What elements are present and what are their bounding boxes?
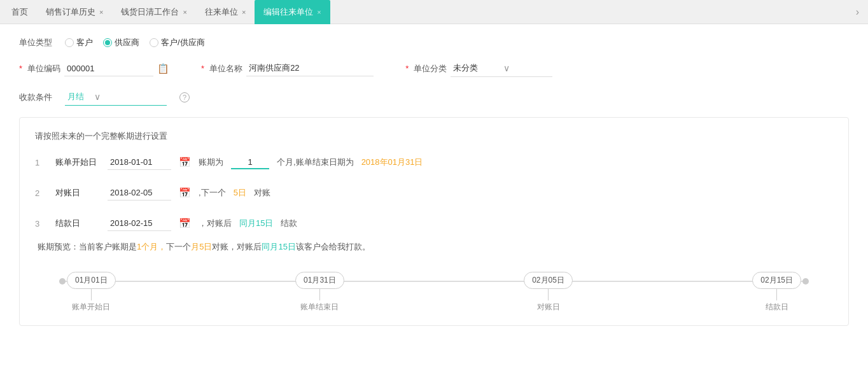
period-box-title: 请按照未来的一个完整帐期进行设置 — [35, 130, 833, 142]
timeline-label-1: 账单开始日 — [72, 302, 110, 313]
tab-partner-close[interactable]: × — [242, 8, 246, 16]
period-settings-box: 请按照未来的一个完整帐期进行设置 1 账单开始日 📅 账期为 个月,账单结束日期… — [19, 117, 849, 326]
payment-date-calendar[interactable]: 📅 — [179, 218, 191, 229]
tab-partner[interactable]: 往来单位 × — [196, 0, 255, 24]
preview-reconcile-prefix: 下一个 — [166, 242, 191, 251]
unit-name-star: * — [201, 64, 204, 73]
radio-both-label: 客户/供应商 — [161, 37, 205, 48]
unit-type-row: 单位类型 客户 供应商 客户/供应商 — [19, 37, 849, 48]
preview-prefix: 账期预览：当前客户账期是 — [38, 242, 137, 251]
payment-terms-value: 月结 — [67, 91, 84, 102]
period-row-1: 1 账单开始日 📅 账期为 个月,账单结束日期为 2018年01月31日 — [35, 155, 833, 170]
timeline-wrapper: 01月01日 账单开始日 01月31日 账单结束日 02月05日 对账日 — [60, 272, 808, 313]
radio-customer[interactable]: 客户 — [65, 37, 93, 48]
unit-code-input[interactable] — [64, 61, 153, 76]
period-months-input[interactable] — [231, 156, 269, 169]
preview-reconcile-suffix: 对账，对账后 — [212, 242, 262, 251]
payment-terms-help-icon[interactable]: ? — [179, 92, 190, 102]
tab-bar: 首页 销售订单历史 × 钱货日清工作台 × 往来单位 × 编辑往来单位 × › — [0, 0, 868, 24]
unit-category-select[interactable]: 未分类 ∨ — [451, 60, 552, 77]
tab-sales-history-label: 销售订单历史 — [46, 6, 95, 18]
payment-terms-label: 收款条件 — [19, 92, 52, 103]
unit-fields-row: * 单位编码 📋 * 单位名称 * 单位分类 未分类 ∨ — [19, 60, 849, 77]
tab-home-label: 首页 — [11, 6, 28, 18]
unit-category-value: 未分类 — [453, 62, 478, 74]
preview-period: 1个月， — [137, 242, 166, 251]
radio-both[interactable]: 客户/供应商 — [150, 37, 205, 48]
preview-suffix: 该客户会给我打款。 — [296, 242, 370, 251]
radio-supplier[interactable]: 供应商 — [103, 37, 139, 48]
radio-customer-circle — [65, 38, 74, 47]
unit-category-star: * — [405, 64, 409, 73]
timeline-label-3: 对账日 — [537, 302, 560, 313]
unit-code-label: 单位编码 — [27, 63, 60, 74]
period-row-2-prefix: ,下一个 — [199, 187, 226, 199]
period-row-3-label: 结款日 — [55, 218, 100, 229]
radio-supplier-label: 供应商 — [115, 37, 139, 48]
timeline-tick-3 — [548, 289, 549, 300]
preview-text: 账期预览：当前客户账期是1个月，下一个月5日对账，对账后同月15日该客户会给我打… — [35, 241, 833, 253]
tab-edit-partner[interactable]: 编辑往来单位 × — [255, 0, 330, 24]
unit-type-radio-group: 客户 供应商 客户/供应商 — [65, 37, 205, 48]
tab-cash-work-close[interactable]: × — [183, 8, 186, 16]
payment-terms-select[interactable]: 月结 ∨ — [65, 88, 167, 106]
period-row-1-num: 1 — [35, 158, 48, 167]
timeline-badge-3: 02月05日 — [524, 272, 573, 289]
timeline-label-4: 结款日 — [766, 302, 788, 313]
period-row-2-suffix: 对账 — [254, 187, 270, 199]
period-end-date: 2018年01月31日 — [361, 157, 423, 168]
timeline-label-2: 账单结束日 — [300, 302, 339, 313]
timeline-tick-1 — [91, 289, 92, 300]
unit-category-dropdown-icon: ∨ — [503, 63, 510, 73]
timeline-badge-2: 01月31日 — [295, 272, 344, 289]
timeline-point-1: 01月01日 账单开始日 — [67, 272, 116, 313]
tab-expand-btn[interactable]: › — [850, 6, 865, 18]
tab-cash-work[interactable]: 钱货日清工作台 × — [112, 0, 195, 24]
timeline-badge-4: 02月15日 — [752, 272, 801, 289]
unit-category-label: 单位分类 — [414, 63, 447, 74]
unit-code-star: * — [19, 64, 22, 73]
reconcile-date-calendar[interactable]: 📅 — [179, 187, 191, 199]
tab-home[interactable]: 首页 — [3, 0, 37, 24]
period-row-3-num: 3 — [35, 219, 48, 229]
radio-both-circle — [150, 38, 158, 47]
timeline-points-row: 01月01日 账单开始日 01月31日 账单结束日 02月05日 对账日 — [60, 272, 808, 313]
unit-code-icon[interactable]: 📋 — [157, 63, 169, 74]
payment-terms-dropdown-icon: ∨ — [94, 92, 101, 102]
reconcile-date-input[interactable] — [108, 185, 171, 201]
period-row-2-num: 2 — [35, 188, 48, 198]
tab-edit-partner-label: 编辑往来单位 — [263, 6, 313, 18]
unit-name-input[interactable] — [246, 61, 374, 76]
timeline-tick-2 — [319, 289, 320, 300]
period-row-2-label: 对账日 — [55, 187, 100, 199]
period-row-2-highlight: 5日 — [234, 187, 246, 199]
tab-sales-history-close[interactable]: × — [99, 8, 103, 16]
payment-date-input[interactable] — [108, 216, 171, 231]
tab-cash-work-label: 钱货日清工作台 — [121, 6, 179, 18]
period-row-1-label: 账单开始日 — [55, 157, 100, 168]
period-row-3-prefix: ，对账后 — [199, 218, 232, 229]
timeline-container: 01月01日 账单开始日 01月31日 账单结束日 02月05日 对账日 — [35, 272, 833, 313]
timeline-tick-4 — [776, 289, 777, 300]
radio-customer-label: 客户 — [76, 37, 93, 48]
radio-supplier-circle — [103, 38, 112, 47]
payment-terms-row: 收款条件 月结 ∨ ? — [19, 88, 849, 106]
unit-name-label: 单位名称 — [209, 63, 242, 74]
unit-name-group: * 单位名称 — [201, 61, 374, 76]
tab-partner-label: 往来单位 — [205, 6, 238, 18]
period-row-3: 3 结款日 📅 ，对账后同月15日结款 — [35, 216, 833, 231]
period-row-2: 2 对账日 📅 ,下一个5日对账 — [35, 185, 833, 201]
period-start-date-calendar[interactable]: 📅 — [179, 157, 191, 168]
timeline-point-2: 01月31日 账单结束日 — [295, 272, 344, 313]
tab-edit-partner-close[interactable]: × — [317, 8, 321, 16]
period-row-3-suffix: 结款 — [281, 218, 297, 229]
unit-category-group: * 单位分类 未分类 ∨ — [405, 60, 552, 77]
timeline-point-3: 02月05日 对账日 — [524, 272, 573, 313]
tab-sales-history[interactable]: 销售订单历史 × — [37, 0, 112, 24]
timeline-badge-1: 01月01日 — [67, 272, 116, 289]
timeline-point-4: 02月15日 结款日 — [752, 272, 801, 313]
main-content: 单位类型 客户 供应商 客户/供应商 * 单位编码 📋 * 单位名称 — [0, 24, 868, 387]
preview-reconcile: 月5日 — [191, 242, 212, 251]
period-start-date-input[interactable] — [108, 155, 171, 170]
unit-type-label: 单位类型 — [19, 37, 52, 48]
